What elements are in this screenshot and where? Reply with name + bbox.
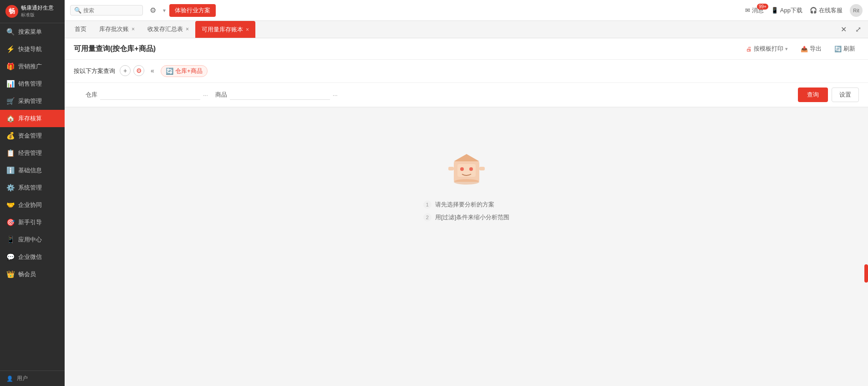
scheme-icon: 🔄 (166, 67, 173, 75)
tab-home[interactable]: 首页 (68, 21, 93, 38)
tab-available-stock[interactable]: 可用量库存账本 × (195, 21, 255, 38)
svg-point-4 (469, 167, 473, 171)
handshake-icon: 🤝 (6, 201, 15, 209)
warehouse-more-button[interactable]: ··· (203, 92, 208, 98)
sidebar-item-enterprise[interactable]: 🤝 企业协同 (0, 196, 65, 214)
sidebar-item-operation[interactable]: 📋 经营管理 (0, 144, 65, 162)
sidebar-item-system[interactable]: ⚙️ 系统管理 (0, 179, 65, 196)
tab-collect-summary-label: 收发存汇总表 (147, 25, 183, 33)
sidebar-item-label: 搜索菜单 (18, 28, 42, 36)
export-button[interactable]: 📤 导出 (797, 43, 825, 55)
tab-available-stock-close[interactable]: × (246, 26, 249, 33)
topbar: 🔍 ⚙ ▾ 体验行业方案 ✉ 消息 99+ 📱 App下载 🎧 在线客服 Rit (65, 0, 868, 21)
crown-icon: 👑 (6, 270, 15, 278)
main-area: 🔍 ⚙ ▾ 体验行业方案 ✉ 消息 99+ 📱 App下载 🎧 在线客服 Rit (65, 0, 868, 386)
sidebar-item-label: 基础信息 (18, 166, 42, 175)
export-label: 导出 (810, 45, 822, 53)
sidebar-item-search[interactable]: 🔍 搜索菜单 (0, 23, 65, 41)
tip-text-1: 请先选择要分析的方案 (435, 201, 494, 209)
info-icon: ℹ️ (6, 166, 15, 175)
topbar-dropdown-icon[interactable]: ▾ (163, 7, 166, 14)
topbar-right: ✉ 消息 99+ 📱 App下载 🎧 在线客服 Rit (745, 4, 863, 17)
svg-rect-6 (479, 167, 485, 170)
page-content: 可用量查询(按仓库+商品) 🖨 按模板打印 ▾ 📤 导出 🔄 刷新 (65, 38, 868, 386)
warehouse-input[interactable] (100, 90, 200, 100)
svg-rect-5 (448, 167, 454, 170)
filter-collapse-button[interactable]: « (147, 65, 158, 76)
sidebar-item-guide[interactable]: 🎯 新手引导 (0, 214, 65, 231)
topbar-gear-button[interactable]: ⚙ (147, 4, 159, 17)
sidebar-item-label: 资金管理 (18, 132, 42, 140)
tab-home-label: 首页 (75, 25, 86, 33)
tip-num-2: 2 (423, 213, 431, 221)
gear-icon: ⚙️ (6, 184, 15, 192)
filter-actions: 查询 设置 (798, 87, 859, 102)
goods-more-button[interactable]: ··· (333, 92, 338, 98)
template-print-button[interactable]: 🖨 按模板打印 ▾ (742, 43, 792, 55)
window-maximize-button[interactable]: ⤢ (852, 23, 864, 36)
query-button[interactable]: 查询 (798, 87, 828, 102)
column-settings-button[interactable]: 设置 (832, 87, 859, 102)
tip-item-2: 2 用[过滤]条件来缩小分析范围 (423, 213, 509, 221)
chat-icon: 💬 (6, 253, 15, 261)
sidebar-item-purchase[interactable]: 🛒 采购管理 (0, 93, 65, 110)
money-icon: 💰 (6, 132, 15, 140)
target-icon: 🎯 (6, 218, 15, 226)
tab-batch-account[interactable]: 库存批次账 × (93, 21, 141, 38)
search-input[interactable] (83, 7, 133, 14)
message-icon: ✉ (745, 7, 750, 14)
filter-schemes: + ⚙ « 🔄 仓库+商品 (120, 65, 208, 77)
sidebar-item-membership[interactable]: 👑 畅会员 (0, 266, 65, 283)
empty-state: 1 请先选择要分析的方案 2 用[过滤]条件来缩小分析范围 (65, 108, 868, 258)
right-scrollbar[interactable] (864, 264, 868, 283)
sidebar-item-finance[interactable]: 💰 资金管理 (0, 127, 65, 144)
warehouse-label: 仓库 (86, 91, 97, 99)
sidebar-item-marketing[interactable]: 🎁 营销推广 (0, 58, 65, 75)
user-icon: 👤 (6, 376, 13, 382)
svg-rect-2 (457, 164, 476, 177)
sidebar-bottom[interactable]: 👤 用户 (0, 371, 65, 386)
industry-solution-button[interactable]: 体验行业方案 (169, 4, 216, 17)
filter-add-button[interactable]: + (120, 65, 131, 76)
sidebar-item-inventory[interactable]: 🏠 库存核算 (0, 110, 65, 127)
sidebar-item-label: 库存核算 (18, 114, 42, 123)
page-title: 可用量查询(按仓库+商品) (74, 44, 156, 54)
gear-icon: ⚙ (136, 67, 142, 74)
tab-batch-account-close[interactable]: × (132, 26, 135, 32)
collapse-icon: « (151, 67, 154, 74)
tab-collect-summary-close[interactable]: × (186, 26, 189, 32)
tab-collect-summary[interactable]: 收发存汇总表 × (141, 21, 195, 38)
house-icon: 🏠 (6, 114, 15, 123)
sidebar-item-label: 应用中心 (18, 236, 42, 244)
scheme-warehouse-goods[interactable]: 🔄 仓库+商品 (161, 65, 208, 77)
clipboard-icon: 📋 (6, 149, 15, 157)
sidebar-nav: 🔍 搜索菜单 ⚡ 快捷导航 🎁 营销推广 📊 销售管理 🛒 采购管理 🏠 库存核… (0, 23, 65, 371)
message-badge: 99+ (757, 4, 768, 10)
topbar-search-box[interactable]: 🔍 (70, 5, 143, 15)
sidebar-item-app-center[interactable]: 📱 应用中心 (0, 231, 65, 248)
window-close-button[interactable]: ✕ (837, 23, 850, 36)
logo-icon: 畅 (5, 5, 18, 18)
app-download-button[interactable]: 📱 App下载 (771, 6, 802, 15)
tip-text-2: 用[过滤]条件来缩小分析范围 (435, 213, 509, 221)
refresh-icon: 🔄 (834, 46, 842, 52)
sidebar-item-basic[interactable]: ℹ️ 基础信息 (0, 162, 65, 179)
sidebar-item-label: 企业协同 (18, 201, 42, 209)
sidebar-item-sales[interactable]: 📊 销售管理 (0, 75, 65, 93)
empty-state-tips: 1 请先选择要分析的方案 2 用[过滤]条件来缩小分析范围 (423, 201, 509, 221)
tab-available-stock-label: 可用量库存账本 (202, 26, 243, 34)
refresh-button[interactable]: 🔄 刷新 (831, 43, 859, 55)
svg-marker-1 (454, 154, 479, 161)
online-service-button[interactable]: 🎧 在线客服 (810, 6, 843, 15)
goods-input[interactable] (230, 90, 330, 100)
template-print-label: 按模板打印 (754, 45, 783, 53)
filter-settings-button[interactable]: ⚙ (133, 65, 144, 76)
sidebar: 畅 畅康通好生意 标准版 🔍 搜索菜单 ⚡ 快捷导航 🎁 营销推广 📊 销售管理… (0, 0, 65, 386)
sidebar-item-wechat[interactable]: 💬 企业微信 (0, 248, 65, 266)
sidebar-item-shortcut[interactable]: ⚡ 快捷导航 (0, 41, 65, 58)
page-header: 可用量查询(按仓库+商品) 🖨 按模板打印 ▾ 📤 导出 🔄 刷新 (65, 38, 868, 60)
filter-section-label: 按以下方案查询 (74, 65, 115, 75)
print-icon: 🖨 (746, 46, 752, 52)
user-avatar[interactable]: Rit (850, 4, 863, 17)
message-button[interactable]: ✉ 消息 99+ (745, 6, 764, 15)
